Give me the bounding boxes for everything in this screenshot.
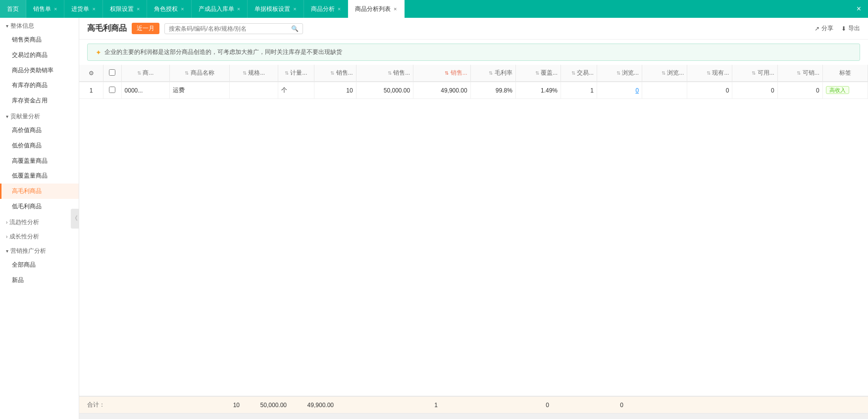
sort-icon-name: ⇅ (185, 70, 189, 76)
th-browse1[interactable]: ⇅ 浏览... (597, 65, 642, 82)
page-title: 高毛利商品 (87, 23, 127, 34)
footer-gross-rate (337, 402, 374, 409)
th-settings[interactable]: ⚙ (79, 65, 103, 82)
close-permissions-tab[interactable]: × (137, 6, 140, 12)
sidebar-item-new-goods[interactable]: 新品 (0, 273, 79, 288)
sidebar-group-growth[interactable]: › 成长性分析 (0, 229, 79, 243)
th-coverage[interactable]: ⇅ 覆盖... (515, 65, 561, 82)
footer-saleable: 0 (589, 402, 626, 409)
nav-tab-template[interactable]: 单据模板设置 × (248, 0, 304, 18)
sidebar-item-stock-capital[interactable]: 库存资金占用 (0, 93, 79, 108)
close-purchase-tab[interactable]: × (92, 6, 95, 12)
table-header-row: ⚙ ⇅ 商... ⇅ 商品名称 ⇅ 规格... ⇅ 计量... ⇅ 销售... … (79, 65, 868, 82)
sidebar-item-all-goods[interactable]: 全部商品 (0, 257, 79, 273)
group-arrow-marketing: ▾ (6, 248, 8, 254)
cell-browse1[interactable]: 0 (597, 82, 642, 99)
th-checkbox[interactable] (103, 65, 121, 82)
sort-icon-sq: ⇅ (330, 70, 334, 76)
sidebar-group-contribution[interactable]: ▾ 贡献量分析 (0, 108, 79, 123)
sidebar-item-low-margin[interactable]: 低毛利商品 (0, 199, 79, 214)
row-checkbox[interactable] (109, 87, 115, 93)
group-arrow-growth: › (6, 234, 7, 239)
footer-total-label: 合计： (79, 401, 208, 409)
group-arrow-contribution: ▾ (6, 114, 8, 119)
th-gross-rate[interactable]: ⇅ 毛利率 (470, 65, 515, 82)
sidebar-group-trend[interactable]: › 流趋性分析 (0, 214, 79, 229)
nav-tab-permissions[interactable]: 权限设置 × (103, 0, 147, 18)
nav-tab-home[interactable]: 首页 (0, 0, 26, 18)
th-tag[interactable]: 标签 (822, 65, 868, 82)
nav-tab-analysis-list[interactable]: 商品分析列表 × (348, 0, 404, 18)
sidebar-collapse-btn[interactable]: 《 (71, 209, 79, 229)
cell-stock1: 0 (687, 82, 732, 99)
close-roles-tab[interactable]: × (181, 6, 184, 12)
sort-icon-gr: ⇅ (489, 70, 493, 76)
sidebar-item-high-coverage[interactable]: 高覆盖量商品 (0, 153, 79, 169)
group-arrow-trend: › (6, 220, 7, 225)
sidebar-item-high-value[interactable]: 高价值商品 (0, 123, 79, 138)
close-template-tab[interactable]: × (293, 6, 296, 12)
sidebar-item-traded-goods[interactable]: 交易过的商品 (0, 47, 79, 63)
sidebar-group-marketing[interactable]: ▾ 营销推广分析 (0, 243, 79, 257)
share-btn[interactable]: ↗ 分享 (815, 24, 833, 33)
tag-badge: 高收入 (826, 86, 849, 94)
sidebar-item-high-margin[interactable]: 高毛利商品 (0, 184, 79, 199)
th-sales-qty[interactable]: ⇅ 销售... (314, 65, 356, 82)
sort-icon-tr: ⇅ (571, 70, 575, 76)
horizontal-scrollbar[interactable] (79, 413, 868, 419)
footer-row: 合计： 10 50,000.00 49,900.00 1 0 0 (79, 396, 868, 413)
filter-recent-month-btn[interactable]: 近一月 (132, 23, 159, 34)
select-all-checkbox[interactable] (109, 69, 115, 76)
sidebar-item-sales-goods[interactable]: 销售类商品 (0, 32, 79, 47)
close-sales-tab[interactable]: × (54, 6, 57, 12)
nav-tab-analysis[interactable]: 商品分析 × (304, 0, 348, 18)
sort-icon-s2: ⇅ (752, 70, 756, 76)
footer-trade: 1 (411, 402, 441, 409)
share-icon: ↗ (815, 25, 819, 32)
th-spec[interactable]: ⇅ 规格... (230, 65, 278, 82)
cell-name: 运费 (169, 82, 230, 99)
th-code[interactable]: ⇅ 商... (121, 65, 169, 82)
nav-tab-sales[interactable]: 销售单 × (26, 0, 64, 18)
cell-spec (230, 82, 278, 99)
top-nav: 首页 销售单 × 进货单 × 权限设置 × 角色授权 × 产成品入库单 × 单据… (0, 0, 868, 18)
close-analysis-tab[interactable]: × (338, 6, 341, 12)
close-analysis-list-tab[interactable]: × (394, 6, 397, 12)
nav-tab-inventory[interactable]: 产成品入库单 × (192, 0, 248, 18)
th-unit[interactable]: ⇅ 计量... (278, 65, 314, 82)
th-sales-gross[interactable]: ⇅ 销售... (413, 65, 470, 82)
th-stock2[interactable]: ⇅ 可用... (732, 65, 777, 82)
sort-icon-s1: ⇅ (707, 70, 711, 76)
search-icon[interactable]: 🔍 (291, 25, 299, 32)
sort-icon-unit: ⇅ (285, 70, 289, 76)
th-stock1[interactable]: ⇅ 现有... (687, 65, 732, 82)
sort-icon-spec: ⇅ (243, 70, 247, 76)
th-browse2[interactable]: ⇅ 浏览... (642, 65, 687, 82)
footer-browse2 (478, 402, 515, 409)
cell-check[interactable] (103, 82, 121, 99)
sort-icon-b2: ⇅ (662, 70, 665, 76)
sidebar-item-low-value[interactable]: 低价值商品 (0, 138, 79, 153)
sort-icon-sg: ⇅ (445, 70, 449, 76)
th-saleable[interactable]: ⇅ 可销... (777, 65, 822, 82)
th-name[interactable]: ⇅ 商品名称 (169, 65, 230, 82)
search-input[interactable] (169, 25, 289, 32)
th-trade[interactable]: ⇅ 交易... (561, 65, 597, 82)
footer-browse1 (441, 402, 478, 409)
footer-coverage (374, 402, 411, 409)
sidebar-item-stocked-goods[interactable]: 有库存的商品 (0, 78, 79, 93)
close-inventory-tab[interactable]: × (237, 6, 240, 12)
export-icon: ⬇ (841, 25, 846, 32)
content-header: 高毛利商品 近一月 🔍 ↗ 分享 ⬇ 导出 (79, 18, 868, 40)
close-all-tabs[interactable]: × (850, 4, 868, 13)
table-container[interactable]: ⚙ ⇅ 商... ⇅ 商品名称 ⇅ 规格... ⇅ 计量... ⇅ 销售... … (79, 65, 868, 396)
sidebar-item-low-coverage[interactable]: 低覆盖量商品 (0, 168, 79, 184)
cell-stock2: 0 (732, 82, 777, 99)
sidebar-item-category-rate[interactable]: 商品分类助销率 (0, 63, 79, 78)
nav-tab-purchase[interactable]: 进货单 × (64, 0, 102, 18)
cell-sales-amt: 50,000.00 (356, 82, 413, 99)
sidebar-group-overview[interactable]: ▾ 整体信息 (0, 18, 79, 32)
th-sales-amt[interactable]: ⇅ 销售... (356, 65, 413, 82)
export-btn[interactable]: ⬇ 导出 (841, 24, 860, 33)
nav-tab-roles[interactable]: 角色授权 × (147, 0, 191, 18)
